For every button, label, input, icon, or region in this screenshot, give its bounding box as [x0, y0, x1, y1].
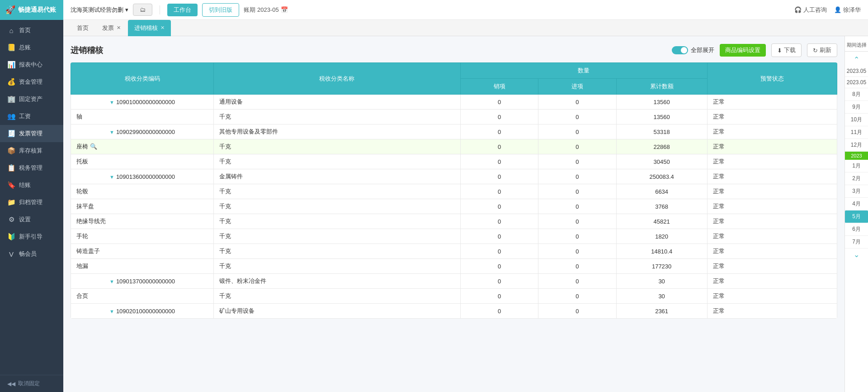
- switch-version-button[interactable]: 切到旧版: [202, 3, 239, 17]
- product-code-settings-button[interactable]: 商品编码设置: [720, 44, 766, 57]
- tab-invoice-close[interactable]: ✕: [117, 25, 121, 31]
- period-next-arrow[interactable]: ⌄: [845, 249, 868, 261]
- period-item[interactable]: 2023.05: [845, 77, 868, 88]
- sidebar-label-home: 首页: [19, 26, 31, 34]
- company-selector[interactable]: 沈海英测试经营勿删 ▾: [71, 6, 128, 14]
- search-icon[interactable]: 🔍: [90, 143, 97, 150]
- sidebar-item-archive[interactable]: 📁 归档管理: [0, 194, 63, 211]
- period-item[interactable]: 3月: [845, 185, 868, 198]
- sidebar-item-reports[interactable]: 📊 报表中心: [0, 56, 63, 73]
- sidebar-item-vip[interactable]: V 畅会员: [0, 245, 63, 263]
- period-item[interactable]: 11月: [845, 126, 868, 139]
- invoice-icon: 🧾: [7, 129, 15, 138]
- download-label: 下载: [784, 46, 796, 54]
- table-cell-total: 45821: [616, 214, 707, 229]
- payroll-icon: 👥: [7, 112, 15, 120]
- expand-toggle-switch[interactable]: [672, 46, 688, 54]
- table-cell-name: 金属铸件: [214, 169, 461, 184]
- content-area: 进销稽核 全部展开 商品编码设置 ⬇ 下载 ↻ 刷新: [63, 36, 868, 392]
- table-row: 座椅🔍: [71, 139, 214, 154]
- sidebar-label-invoice: 发票管理: [19, 129, 42, 138]
- period-year-label[interactable]: 2023: [845, 152, 868, 160]
- table-row: 轮毂: [71, 184, 214, 199]
- table-cell-total: 22868: [616, 139, 707, 154]
- expand-icon[interactable]: ▼: [109, 174, 114, 180]
- sidebar-item-fixed-assets[interactable]: 🏢 固定资产: [0, 91, 63, 108]
- period-item[interactable]: 7月: [845, 236, 868, 249]
- period-item[interactable]: 4月: [845, 198, 868, 210]
- expand-icon[interactable]: ▼: [109, 309, 114, 314]
- period-item[interactable]: 1月: [845, 160, 868, 172]
- period-selector-panel: 期间选择: [845, 40, 868, 52]
- period-item[interactable]: 8月: [845, 88, 868, 101]
- tab-reconciliation-close[interactable]: ✕: [160, 25, 165, 31]
- refresh-label: 刷新: [820, 46, 831, 54]
- table-cell-warning: 正常: [707, 169, 837, 184]
- tax-icon: 📋: [7, 164, 15, 172]
- expand-icon[interactable]: ▼: [109, 279, 114, 284]
- sidebar-item-tax[interactable]: 📋 税务管理: [0, 159, 63, 177]
- app-name: 畅捷通易代账: [18, 6, 56, 14]
- tab-home[interactable]: 首页: [71, 20, 95, 36]
- user-profile[interactable]: 👤 徐泽华: [834, 6, 861, 14]
- period-prev-arrow[interactable]: ⌃: [845, 53, 868, 66]
- support-button[interactable]: 🎧 人工咨询: [794, 6, 827, 14]
- expand-icon[interactable]: ▼: [109, 129, 114, 135]
- sidebar-item-settlement[interactable]: 🔖 结账: [0, 177, 63, 194]
- expand-icon[interactable]: ▼: [109, 100, 114, 105]
- table-cell-purchase: 0: [538, 214, 616, 229]
- table-cell-unit: 千克: [214, 244, 461, 259]
- period-item[interactable]: 12月: [845, 139, 868, 152]
- period-item[interactable]: 9月: [845, 101, 868, 114]
- table-row: ▼109029900000000000: [71, 124, 214, 139]
- tab-invoice[interactable]: 发票 ✕: [96, 20, 127, 36]
- workbench-button[interactable]: 工作台: [167, 4, 198, 16]
- table-cell-sales: 0: [460, 184, 538, 199]
- table-cell-warning: 正常: [707, 139, 837, 154]
- table-cell-unit: 千克: [214, 259, 461, 274]
- period-item[interactable]: 5月: [845, 210, 868, 223]
- table-cell-name: 矿山专用设备: [214, 304, 461, 319]
- sidebar-item-funds[interactable]: 💰 资金管理: [0, 73, 63, 91]
- sidebar-item-invoice[interactable]: 🧾 发票管理: [0, 125, 63, 142]
- period-item[interactable]: 6月: [845, 223, 868, 236]
- download-button[interactable]: ⬇ 下载: [771, 43, 802, 57]
- period-item[interactable]: 2月: [845, 172, 868, 185]
- table-cell-sales: 0: [460, 124, 538, 139]
- sidebar-item-payroll[interactable]: 👥 工资: [0, 108, 63, 125]
- table-cell-sales: 0: [460, 139, 538, 154]
- period-item[interactable]: 2023.05: [845, 66, 868, 77]
- period-item[interactable]: 10月: [845, 114, 868, 126]
- table-cell-total: 2361: [616, 304, 707, 319]
- archive-icon-btn[interactable]: 🗂: [133, 4, 152, 16]
- table-cell-purchase: 0: [538, 110, 616, 124]
- unpin-label: 取消固定: [18, 380, 40, 387]
- sidebar-item-inventory[interactable]: 📦 库存核算: [0, 142, 63, 159]
- sidebar-label-settings: 设置: [19, 215, 31, 224]
- table-cell-sales: 0: [460, 244, 538, 259]
- sidebar-item-guide[interactable]: 🔰 新手引导: [0, 228, 63, 245]
- sidebar-item-ledger[interactable]: 📒 总账: [0, 39, 63, 56]
- sidebar-item-home[interactable]: ⌂ 首页: [0, 22, 63, 39]
- refresh-button[interactable]: ↻ 刷新: [807, 43, 837, 57]
- sidebar-label-reports: 报表中心: [19, 61, 42, 69]
- unpin-button[interactable]: ◀◀ 取消固定: [0, 375, 63, 392]
- table-cell-purchase: 0: [538, 124, 616, 139]
- table-row: 绝缘导线壳: [71, 214, 214, 229]
- table-cell-warning: 正常: [707, 95, 837, 110]
- settings-icon: ⚙: [7, 215, 15, 224]
- period-selector[interactable]: 账期 2023-05 📅: [244, 6, 288, 14]
- sidebar-item-settings[interactable]: ⚙ 设置: [0, 211, 63, 228]
- tab-reconciliation[interactable]: 进销稽核 ✕: [128, 20, 171, 36]
- table-cell-unit: 千克: [214, 110, 461, 124]
- sidebar-label-payroll: 工资: [19, 112, 31, 120]
- inventory-icon: 📦: [7, 147, 15, 155]
- toggle-expand-all[interactable]: 全部展开: [672, 46, 714, 54]
- table-row: 轴: [71, 110, 214, 124]
- page-header: 进销稽核 全部展开 商品编码设置 ⬇ 下载 ↻ 刷新: [71, 43, 837, 57]
- table-cell-name: 锻件、粉末冶金件: [214, 274, 461, 289]
- table-row: 手轮: [71, 229, 214, 244]
- refresh-icon: ↻: [813, 47, 818, 54]
- table-cell-sales: 0: [460, 95, 538, 110]
- table-cell-total: 30: [616, 289, 707, 304]
